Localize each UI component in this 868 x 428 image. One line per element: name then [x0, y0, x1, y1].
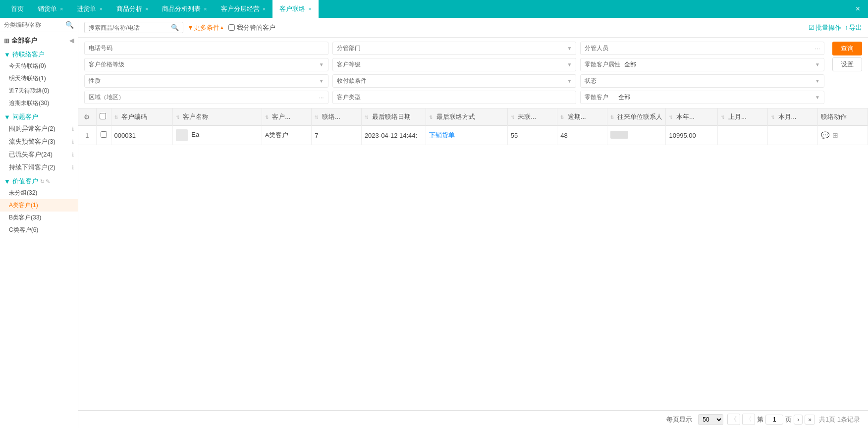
close-sales-order-icon[interactable]: ×	[60, 6, 63, 12]
cell-last-method[interactable]: 下销货单	[426, 126, 507, 145]
cell-row-num: 1	[78, 126, 96, 145]
more-filter-button[interactable]: ▼ 更多条件 ▲	[187, 23, 224, 32]
price-grade-dropdown-icon[interactable]: ▼	[319, 62, 324, 67]
dept-dropdown-icon[interactable]: ▼	[567, 46, 572, 51]
price-grade-filter-field[interactable]: 客户价格等级 ▼	[84, 58, 328, 71]
dept-filter-field[interactable]: 分管部门 ▼	[332, 42, 577, 55]
sidebar-item-overdue-contact[interactable]: 逾期未联络(30)	[0, 97, 78, 109]
sidebar-item-abnormal-stockpile[interactable]: 囤购异常客户(2) ℹ	[0, 122, 78, 135]
col-checkbox	[96, 108, 111, 126]
main-search-box[interactable]: 🔍	[84, 22, 183, 33]
region-more-icon[interactable]: ···	[319, 94, 324, 101]
qrcode-icon[interactable]: ⊞	[832, 131, 838, 139]
close-customer-seg-icon[interactable]: ×	[263, 6, 266, 12]
cell-this-year: 10995.00	[666, 126, 718, 145]
col-this-year[interactable]: ⇅ 本年...	[666, 108, 718, 126]
sidebar-item-churn-warning[interactable]: 流失预警客户(3) ℹ	[0, 135, 78, 148]
customer-type-filter-field[interactable]: 客户类型	[332, 91, 577, 104]
sidebar-item-ungrouped[interactable]: 未分组(32)	[0, 187, 78, 199]
nav-customer-contact[interactable]: 客户联络 ×	[272, 0, 318, 18]
scatter-customer-dropdown-icon[interactable]: ▼	[815, 95, 820, 100]
sidebar-search-input[interactable]	[4, 21, 65, 28]
col-last-date[interactable]: ⇅ 最后联络日期	[361, 108, 426, 126]
nav-customer-segmentation[interactable]: 客户分层经营 ×	[214, 0, 272, 18]
nav-product-analysis-list[interactable]: 商品分析列表 ×	[155, 0, 214, 18]
page-number-input[interactable]	[765, 415, 783, 425]
person-more-icon[interactable]: ···	[815, 45, 820, 52]
chat-icon[interactable]: 💬	[821, 131, 829, 139]
col-level[interactable]: ⇅ 客户...	[262, 108, 312, 126]
scatter-attr-dropdown-icon[interactable]: ▼	[815, 62, 820, 67]
cell-checkbox[interactable]	[96, 126, 111, 145]
content-area: 🔍 ▼ 更多条件 ▲ 我分管的客户 ☑ 批量操作 ↑ 导出	[78, 18, 868, 428]
my-customer-checkbox[interactable]	[228, 24, 235, 31]
last-contact-method-link[interactable]: 下销货单	[429, 131, 455, 139]
page-size-select[interactable]: 50 10 20 100	[698, 414, 723, 425]
payment-dropdown-icon[interactable]: ▼	[567, 78, 572, 84]
row-checkbox[interactable]	[101, 131, 107, 138]
sidebar-item-b-class[interactable]: B类客户(33)	[0, 212, 78, 224]
sidebar-item-tomorrow-pending[interactable]: 明天待联络(1)	[0, 72, 78, 85]
close-purchase-order-icon[interactable]: ×	[99, 6, 102, 12]
info-icon-3: ℹ	[72, 152, 74, 158]
col-last-month[interactable]: ⇅ 上月...	[718, 108, 768, 126]
customer-grade-dropdown-icon[interactable]: ▼	[567, 62, 572, 67]
sidebar-section-problem-customers[interactable]: ▼ 问题客户	[0, 109, 78, 122]
main-layout: 🔍 ⊞ 全部客户 ◀ ▼ 待联络客户 今天待联络(0) 明天待联络(1) 近7天…	[0, 18, 868, 428]
last-page-button[interactable]: »	[805, 415, 815, 425]
nature-filter-field[interactable]: 性质 ▼	[84, 74, 328, 88]
sidebar-section-pending-contact[interactable]: ▼ 待联络客户	[0, 47, 78, 60]
batch-operations-button[interactable]: ☑ 批量操作	[809, 23, 841, 32]
col-no-contact[interactable]: ⇅ 未联...	[507, 108, 557, 126]
customer-grade-filter-field[interactable]: 客户等级 ▼	[332, 58, 577, 71]
sidebar-section-value-customers[interactable]: ▼ 价值客户 ↻ ✎	[0, 174, 78, 187]
close-customer-contact-icon[interactable]: ×	[308, 6, 311, 12]
select-all-checkbox[interactable]	[100, 113, 106, 119]
col-contact-count[interactable]: ⇅ 联络...	[312, 108, 362, 126]
nav-purchase-order[interactable]: 进货单 ×	[70, 0, 109, 18]
refresh-icon[interactable]: ↻	[40, 178, 45, 185]
col-last-method[interactable]: ⇅ 最后联络方式	[426, 108, 507, 126]
status-dropdown-icon[interactable]: ▼	[815, 78, 820, 84]
close-product-analysis-icon[interactable]: ×	[145, 6, 148, 12]
nav-product-analysis[interactable]: 商品分析 ×	[109, 0, 155, 18]
first-page-button[interactable]: 《	[727, 414, 740, 425]
col-contact-person[interactable]: ⇅ 往来单位联系人	[607, 108, 666, 126]
phone-filter-field[interactable]: 电话号码	[84, 42, 328, 55]
payment-filter-field[interactable]: 收付款条件 ▼	[332, 74, 577, 88]
window-close-button[interactable]: ×	[852, 4, 864, 13]
table-settings-icon[interactable]: ⚙	[84, 113, 90, 121]
scatter-attr-filter-field[interactable]: 零散客户属性 全部 ▼	[580, 58, 824, 71]
settings-button[interactable]: 设置	[832, 57, 862, 71]
col-name[interactable]: ⇅ 客户名称	[172, 108, 262, 126]
sidebar-item-declining[interactable]: 持续下滑客户(2) ℹ	[0, 161, 78, 174]
close-product-analysis-list-icon[interactable]: ×	[204, 6, 207, 12]
my-customer-filter[interactable]: 我分管的客户	[228, 23, 275, 32]
sidebar-item-churned[interactable]: 已流失客户(24) ℹ	[0, 148, 78, 161]
prev-page-button[interactable]: 〈	[742, 414, 755, 425]
sidebar-item-a-class[interactable]: A类客户(1)	[0, 199, 78, 212]
col-code[interactable]: ⇅ 客户编码	[111, 108, 172, 126]
sidebar-search-icon[interactable]: 🔍	[65, 21, 74, 29]
col-this-month[interactable]: ⇅ 本月...	[767, 108, 817, 126]
sidebar-item-c-class[interactable]: C类客户(6)	[0, 224, 78, 236]
scatter-customer-filter-field[interactable]: 零散客户 全部 ▼	[580, 91, 824, 104]
main-search-icon[interactable]: 🔍	[171, 24, 179, 31]
region-filter-field[interactable]: 区域（地区） ···	[84, 91, 328, 104]
query-button[interactable]: 查询	[832, 42, 862, 55]
main-search-input[interactable]	[89, 24, 171, 31]
col-overdue[interactable]: ⇅ 逾期...	[557, 108, 607, 126]
status-filter-field[interactable]: 状态 ▼	[580, 74, 824, 88]
nav-sales-order[interactable]: 销货单 ×	[31, 0, 70, 18]
export-button[interactable]: ↑ 导出	[845, 23, 863, 32]
filter-row-4: 区域（地区） ··· 客户类型 零散客户 全部 ▼	[84, 91, 824, 104]
person-filter-field[interactable]: 分管人员 ···	[580, 42, 824, 55]
sidebar-item-today-pending[interactable]: 今天待联络(0)	[0, 60, 78, 72]
nav-home[interactable]: 首页	[4, 0, 31, 18]
sidebar-item-7days-pending[interactable]: 近7天待联络(0)	[0, 85, 78, 97]
sidebar-search-box[interactable]: 🔍	[0, 18, 78, 32]
sidebar-collapse-button[interactable]: ◀	[69, 37, 74, 44]
next-page-button[interactable]: ›	[794, 415, 803, 425]
nature-dropdown-icon[interactable]: ▼	[319, 78, 324, 84]
edit-icon[interactable]: ✎	[46, 178, 50, 185]
